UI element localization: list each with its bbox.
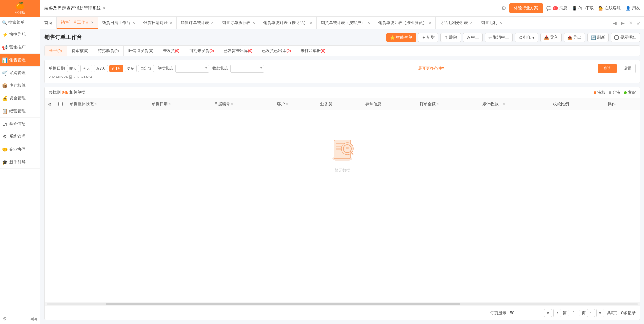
date-btn-昨天[interactable]: 昨天 (67, 65, 79, 72)
tab-bar-actions: ◀ ▶ ✕ ⤢ (610, 19, 644, 26)
tab-cash-daily[interactable]: 钱货日清工作台✕ (98, 17, 139, 29)
show-detail-input[interactable] (614, 35, 619, 40)
filter-tab-shipped-out[interactable]: 已发货已出库(0) (257, 46, 296, 56)
status-select[interactable] (175, 65, 209, 73)
tab-sales-stats-employee[interactable]: 销货单统计表（按业务员）✕ (374, 17, 436, 29)
col-checkbox[interactable] (55, 98, 66, 110)
stop-btn[interactable]: ⊙ 中止 (463, 33, 483, 42)
col-settings[interactable]: ⚙ (45, 98, 55, 110)
review-btn[interactable]: 审核 (594, 90, 605, 95)
date-btn-近1月[interactable]: 近1月 (109, 65, 123, 72)
sort-icon-amount[interactable]: ⇅ (436, 102, 439, 106)
filter-tab-pending-review[interactable]: 待审核(0) (67, 46, 93, 56)
tab-close-product-margin[interactable]: ✕ (470, 21, 473, 25)
sidebar-item-newbie[interactable]: 🎓新手引导 (0, 156, 40, 169)
sidebar-item-inventory[interactable]: 📦库存核算 (0, 79, 40, 92)
tab-close-cash-daily[interactable]: ✕ (132, 21, 135, 25)
filter-tab-shipped-not-out[interactable]: 已发货未出库(0) (219, 46, 257, 56)
tab-cash-reconcile[interactable]: 钱货日清对账✕ (139, 17, 177, 29)
user-btn[interactable]: 👤 用友 (626, 5, 640, 11)
tab-prev-btn[interactable]: ◀ (612, 19, 618, 26)
sidebar-item-system[interactable]: ⚙系统管理 (0, 130, 40, 143)
sort-icon-status[interactable]: ⇅ (94, 102, 97, 106)
tab-close-sales-order-stats[interactable]: ✕ (211, 21, 214, 25)
tab-home[interactable]: 首页 (40, 17, 57, 29)
sidebar-collapse-btn[interactable]: ◀◀ (30, 316, 37, 321)
tab-close-sales-stats-customer[interactable]: ✕ (367, 21, 370, 25)
col-number: 单据编号⇅ (211, 98, 273, 110)
page-first-btn[interactable]: « (544, 309, 552, 317)
tab-next-btn[interactable]: ▶ (619, 19, 626, 26)
page-next-btn[interactable]: › (587, 309, 595, 317)
sidebar-settings-btn[interactable]: ⚙ (3, 316, 7, 321)
page-size-select[interactable]: 50 10 20 100 (508, 310, 541, 316)
tab-sales-more[interactable]: 销售毛利✕ (477, 17, 506, 29)
sidebar-item-enterprise[interactable]: 🤝企业协同 (0, 143, 40, 156)
date-btn-自定义[interactable]: 自定义 (138, 65, 154, 72)
filter-tab-wangpu-ship[interactable]: 旺铺待发货(0) (124, 46, 158, 56)
delete-btn[interactable]: 🗑 删除 (440, 33, 461, 42)
online-service-btn[interactable]: 💁 在线客服 (598, 5, 621, 11)
payment-select[interactable] (230, 65, 264, 73)
trial-button[interactable]: 体验行业方案 (509, 3, 543, 13)
expand-more-btn[interactable]: 展开更多条件 (418, 66, 442, 71)
col-customer: 客户⇅ (273, 98, 317, 110)
print-btn[interactable]: 🖨 打印 ▾ (515, 33, 538, 42)
date-btn-近7天[interactable]: 近7天 (94, 65, 108, 72)
header-settings-btn[interactable]: ⚙ (501, 5, 506, 11)
date-btn-今天[interactable]: 今天 (80, 65, 92, 72)
sidebar-item-finance[interactable]: 💰资金管理 (0, 92, 40, 105)
filter-tab-not-shipped[interactable]: 未发货(0) (158, 46, 184, 56)
sidebar-item-sales[interactable]: 📊销售管理 (0, 54, 40, 67)
system-expand-btn[interactable]: ▾ (103, 6, 105, 11)
page-last-btn[interactable]: » (596, 309, 604, 317)
sort-icon-date[interactable]: ⇅ (168, 102, 171, 106)
tab-sales-stats-customer[interactable]: 销货单统计表（按客户）✕ (317, 17, 374, 29)
filter-tab-pending-check[interactable]: 待拣验货(0) (93, 46, 124, 56)
ship-btn[interactable]: 发货 (624, 90, 636, 95)
page-input[interactable] (568, 310, 580, 316)
tab-product-margin[interactable]: 商品毛利分析表✕ (436, 17, 477, 29)
filter-tab-not-printed[interactable]: 未打印单据(0) (296, 46, 330, 56)
sort-icon-customer[interactable]: ⇅ (286, 102, 288, 106)
filter-tab-all[interactable]: 全部(0) (45, 46, 67, 56)
show-detail-checkbox[interactable]: 显示明细 (611, 33, 640, 42)
tab-close-sales-more[interactable]: ✕ (499, 21, 502, 25)
smart-create-btn[interactable]: ⭐ 智能生单 (386, 33, 416, 42)
tab-expand-btn[interactable]: ⤢ (635, 19, 642, 26)
query-btn[interactable]: 查询 (598, 64, 617, 73)
settings-btn[interactable]: 设置 (619, 64, 636, 73)
add-btn[interactable]: ＋ 新增 (418, 33, 438, 42)
refresh-btn[interactable]: 🔄 刷新 (587, 33, 609, 42)
tab-sales-order-workbench[interactable]: 销售订单工作台✕ (57, 17, 98, 29)
select-all-checkbox[interactable] (58, 102, 63, 106)
app-download-btn[interactable]: 📱 App下载 (572, 5, 594, 11)
tab-sales-order-stats[interactable]: 销售订单统计表✕ (177, 17, 218, 29)
nav-icon-system: ⚙ (2, 134, 7, 139)
tab-sales-stats-product[interactable]: 销货单统计表（按商品）✕ (259, 17, 317, 29)
date-btn-更多[interactable]: 更多 (125, 65, 137, 72)
export-btn[interactable]: 📤 导出 (564, 33, 585, 42)
cancel-stop-btn[interactable]: ↩ 取消中止 (485, 33, 513, 42)
message-btn[interactable]: 💬 6 消息 (546, 5, 567, 11)
import-btn[interactable]: 📥 导入 (540, 33, 562, 42)
cancel-review-btn[interactable]: 弃审 (609, 90, 620, 95)
page-prev-btn[interactable]: ‹ (553, 309, 561, 317)
tab-close-cash-reconcile[interactable]: ✕ (170, 21, 172, 25)
sort-icon-collected[interactable]: ⇅ (503, 102, 505, 106)
tab-close-sales-order-exec[interactable]: ✕ (252, 21, 255, 25)
filter-tab-expired-not-shipped[interactable]: 到期未发货(0) (184, 46, 219, 56)
tab-close-sales-stats-employee[interactable]: ✕ (429, 21, 431, 25)
sidebar-search[interactable]: 🔍 搜索菜单 (0, 17, 40, 28)
tab-sales-order-exec[interactable]: 销售订单执行表✕ (218, 17, 259, 29)
tab-close-sales-order-workbench[interactable]: ✕ (91, 21, 94, 24)
sidebar-item-marketing[interactable]: 📢营销推广 (0, 41, 40, 54)
scrollbar-thumb[interactable] (106, 303, 460, 305)
sidebar-item-quick-nav[interactable]: ⚡快捷导航 (0, 28, 40, 41)
tab-close-all-btn[interactable]: ✕ (627, 19, 634, 26)
sidebar-item-basic-info[interactable]: 🗂基础信息 (0, 118, 40, 130)
sidebar-item-operations[interactable]: 📋经营管理 (0, 105, 40, 118)
tab-close-sales-stats-product[interactable]: ✕ (310, 21, 312, 25)
sort-icon-number[interactable]: ⇅ (231, 102, 233, 106)
sidebar-item-purchase[interactable]: 🛒采购管理 (0, 67, 40, 79)
